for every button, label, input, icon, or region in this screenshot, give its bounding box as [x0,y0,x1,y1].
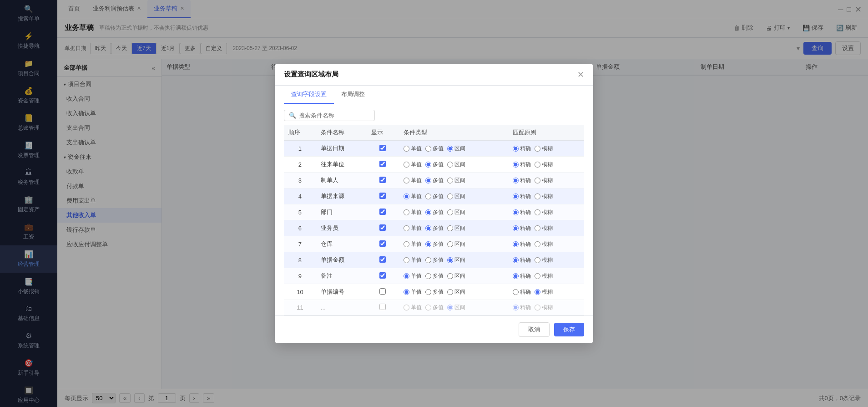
radio-input-match-精确[interactable] [513,209,519,215]
radio-input-match-精确[interactable] [513,241,519,247]
modal-tab-field[interactable]: 查询字段设置 [284,86,334,104]
radio-match-精确[interactable]: 精确 [513,272,531,280]
radio-input-match-精确[interactable] [513,146,519,152]
radio-match-模糊[interactable]: 模糊 [535,193,553,200]
radio-input-match-模糊[interactable] [535,146,540,152]
visibility-checkbox[interactable] [379,304,386,310]
visibility-checkbox[interactable] [379,240,386,247]
radio-input-type-区间[interactable] [447,146,453,152]
radio-input-type-单值[interactable] [404,193,409,199]
radio-input-type-区间[interactable] [447,193,453,199]
radio-type-区间[interactable]: 区间 [447,145,465,153]
radio-type-区间[interactable]: 区间 [447,161,465,168]
radio-input-type-单值[interactable] [404,289,409,295]
radio-type-单值[interactable]: 单值 [404,240,422,248]
radio-input-match-精确[interactable] [513,257,519,263]
radio-input-type-区间[interactable] [447,162,453,168]
radio-input-type-单值[interactable] [404,162,409,168]
radio-input-type-多值[interactable] [425,273,431,279]
radio-input-match-模糊[interactable] [535,193,540,199]
radio-input-match-模糊[interactable] [535,225,540,231]
radio-input-type-区间[interactable] [447,209,453,215]
cancel-button[interactable]: 取消 [519,322,550,337]
radio-type-区间[interactable]: 区间 [447,224,465,232]
radio-input-type-多值[interactable] [425,146,431,152]
radio-input-type-多值[interactable] [425,162,431,168]
radio-input-type-单值[interactable] [404,209,409,215]
cell-visible[interactable] [367,284,399,300]
visibility-checkbox[interactable] [379,256,386,263]
radio-type-多值[interactable]: 多值 [425,177,444,184]
visibility-checkbox[interactable] [379,145,386,151]
visibility-checkbox[interactable] [379,272,386,279]
save-button[interactable]: 保存 [554,323,584,336]
radio-type-区间[interactable]: 区间 [447,256,465,264]
modal-tab-layout[interactable]: 布局调整 [334,86,372,104]
radio-input-type-单值[interactable] [404,241,409,247]
radio-input-type-多值[interactable] [425,225,431,231]
radio-input[interactable] [447,305,453,310]
cell-visible[interactable] [367,300,399,315]
radio-type-单值[interactable]: 单值 [404,304,422,311]
radio-type-多值[interactable]: 多值 [425,193,444,200]
visibility-checkbox[interactable] [379,177,386,183]
cell-visible[interactable] [367,141,399,157]
radio-input-match-模糊[interactable] [535,162,540,168]
radio-input-type-单值[interactable] [404,178,409,183]
radio-match-模糊[interactable]: 模糊 [535,177,553,184]
radio-type-区间[interactable]: 区间 [447,209,465,216]
radio-input-match-模糊[interactable] [535,209,540,215]
cell-visible[interactable] [367,252,399,268]
radio-type-多值[interactable]: 多值 [425,161,444,168]
radio-input-type-区间[interactable] [447,289,453,295]
radio-input[interactable] [425,305,431,310]
radio-input-match-精确[interactable] [513,162,519,168]
radio-type-多值[interactable]: 多值 [425,272,444,280]
radio-type-单值[interactable]: 单值 [404,193,422,200]
radio-type-单值[interactable]: 单值 [404,177,422,184]
radio-type-多值[interactable]: 多值 [425,288,444,296]
radio-input-type-多值[interactable] [425,209,431,215]
radio-input-match[interactable] [513,305,519,310]
radio-input-type-区间[interactable] [447,257,453,263]
radio-type-区间[interactable]: 区间 [447,193,465,200]
radio-match-精确[interactable]: 精确 [513,209,531,216]
radio-type-多值[interactable]: 多值 [425,145,444,153]
visibility-checkbox[interactable] [379,209,386,215]
radio-match-精确[interactable]: 精确 [513,288,531,296]
radio-input-type-多值[interactable] [425,241,431,247]
radio-match-模糊[interactable]: 模糊 [535,145,553,153]
radio-input-match[interactable] [535,305,540,310]
visibility-checkbox[interactable] [379,161,386,167]
radio-input-type-多值[interactable] [425,178,431,183]
radio-input-match-模糊[interactable] [535,178,540,183]
radio-match-精确[interactable]: 精确 [513,177,531,184]
radio-input-type-单值[interactable] [404,273,409,279]
cell-visible[interactable] [367,220,399,236]
radio-type-单值[interactable]: 单值 [404,272,422,280]
radio-type-单值[interactable]: 单值 [404,145,422,153]
radio-input-match-模糊[interactable] [535,273,540,279]
radio-match-精确[interactable]: 精确 [513,224,531,232]
radio-match-精确[interactable]: 精确 [513,193,531,200]
radio-match-精确[interactable]: 精确 [513,240,531,248]
cell-visible[interactable] [367,236,399,252]
radio-match-精确[interactable]: 精确 [513,256,531,264]
radio-type-单值[interactable]: 单值 [404,288,422,296]
radio-match-模糊[interactable]: 模糊 [535,224,553,232]
radio-input-match-模糊[interactable] [535,241,540,247]
radio-input-type-区间[interactable] [447,225,453,231]
cell-visible[interactable] [367,204,399,220]
radio-input-type-多值[interactable] [425,257,431,263]
radio-input-type-区间[interactable] [447,273,453,279]
radio-input-match-模糊[interactable] [535,257,540,263]
visibility-checkbox[interactable] [379,224,386,231]
radio-type-单值[interactable]: 单值 [404,209,422,216]
radio-input-match-精确[interactable] [513,289,519,295]
radio-match-精确[interactable]: 精确 [513,145,531,153]
radio-input-match-精确[interactable] [513,225,519,231]
radio-type-区间[interactable]: 区间 [447,272,465,280]
cell-visible[interactable] [367,268,399,284]
radio-match-精确[interactable]: 精确 [513,161,531,168]
cell-visible[interactable] [367,173,399,188]
